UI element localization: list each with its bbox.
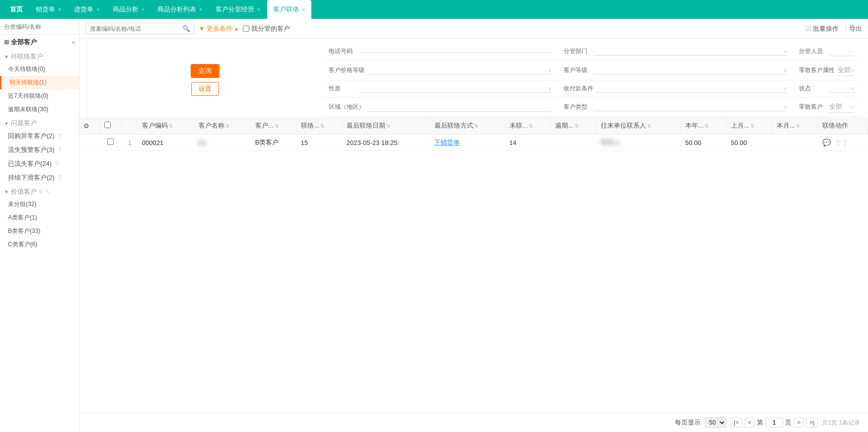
nav-home[interactable]: 首页 [4,0,29,19]
table-row: 1 000021 Ea B类客户 15 2023-05-23 18:25: 下销… [79,135,868,151]
sort-icon[interactable]: ⇅ [474,123,478,129]
sort-icon[interactable]: ⇅ [750,123,754,129]
filter-icon: ▼ [199,25,205,32]
my-customers-checkbox[interactable] [243,25,249,32]
sort-icon[interactable]: ⇅ [169,123,173,129]
help-icon[interactable]: ? [58,174,61,181]
nav-product-analysis[interactable]: 商品分析 × [107,0,150,19]
nav-customer-contact[interactable]: 客户联络 × [267,0,311,19]
sidebar-class-c[interactable]: C类客户(6) [0,238,79,251]
row-select-checkbox[interactable] [107,139,114,145]
row-gear[interactable] [79,135,100,151]
nav-customer-tier[interactable]: 客户分层经营 × [210,0,266,19]
prev-page-btn[interactable]: < [744,418,755,428]
first-page-btn[interactable]: |< [730,418,742,428]
sort-icon[interactable]: ⇅ [647,123,651,129]
sort-icon[interactable]: ⇅ [575,123,579,129]
col-code[interactable]: 客户编码⇅ [138,117,195,135]
row-name[interactable]: Ea [195,135,251,151]
sidebar-today-contact[interactable]: 今天待联络(0) [0,63,79,76]
retail-attr-select[interactable]: 全部∨ [838,65,854,76]
col-no-contact[interactable]: 未联...⇅ [505,117,551,135]
col-this-month[interactable]: 本月...⇅ [773,117,818,135]
chevron-up-icon: ▲ [234,26,239,31]
sidebar-class-a[interactable]: A类客户(1) [0,211,79,224]
col-last-date[interactable]: 最后联络日期⇅ [343,117,430,135]
sidebar-overdue-contact[interactable]: 逾期未联络(30) [0,103,79,116]
filter-dept: 分管部门 ∨ [558,43,793,61]
close-icon[interactable]: × [302,6,305,12]
gender-select[interactable]: ∨ [359,85,552,93]
collapse-icon: « [72,39,75,45]
close-icon[interactable]: × [257,6,260,12]
col-last-method[interactable]: 最后联络方式⇅ [430,117,505,135]
help-icon[interactable]: ? [58,132,61,140]
sidebar-class-b[interactable]: B类客户(33) [0,224,79,238]
filter-price-level: 客户价格等级 ∨ [323,61,558,80]
close-icon[interactable]: × [58,6,61,12]
sidebar-tomorrow-contact[interactable]: 明天待联络(1) [0,76,79,89]
help-icon[interactable]: ? [58,146,61,153]
retail-select[interactable]: 全部∨ [829,101,854,113]
close-icon[interactable]: × [199,6,202,12]
batch-op-btn[interactable]: ☑ 批量操作 [805,24,839,33]
payment-select[interactable]: ∨ [596,85,787,93]
search-input[interactable] [90,25,180,32]
help-icon[interactable]: ? [55,160,58,167]
search-icon[interactable]: 🔍 [182,25,190,32]
more-conditions-btn[interactable]: ▼ 更多条件 ▲ [199,24,239,33]
refresh-icon[interactable]: ↻ [39,189,43,195]
contact-icon[interactable]: 💬 [822,139,831,146]
col-gear[interactable]: ⚙ [79,117,100,135]
edit-icon[interactable]: ✎ [45,189,50,195]
phone-input[interactable] [359,50,552,53]
price-level-select[interactable]: ∨ [367,67,552,74]
more-action-icon[interactable]: ⋮⋮ [835,139,849,146]
sidebar-repurchase-abnormal[interactable]: 回购异常客户(2) ? [0,129,79,143]
region-input[interactable]: ··· [367,102,552,112]
query-button[interactable]: 查询 [191,64,219,78]
sort-icon[interactable]: ⇅ [320,123,324,129]
col-this-year[interactable]: 本年...⇅ [681,117,727,135]
reset-button[interactable]: 设置 [191,82,219,96]
dept-select[interactable]: ∨ [594,48,787,56]
close-icon[interactable]: × [96,6,99,12]
sidebar: 🔍 ⊞ 全部客户 « ▼ 待联络客户 今天待联络(0) 明天待联络(1) 近7天… [0,19,79,432]
next-page-btn[interactable]: > [794,418,804,428]
col-unit-contacts[interactable]: 往来单位联系人⇅ [597,117,681,135]
sidebar-unclassified[interactable]: 未分组(32) [0,198,79,211]
sort-icon[interactable]: ⇅ [796,123,800,129]
export-btn[interactable]: ↑ 导出 [845,24,863,33]
col-overdue[interactable]: 逾期...⇅ [551,117,597,135]
sort-icon[interactable]: ⇅ [529,123,533,129]
sidebar-recent7-contact[interactable]: 近7天待联络(0) [0,89,79,103]
row-last-method[interactable]: 下销货单 [430,135,505,151]
sidebar-losing-customers[interactable]: 流失预警客户(3) ? [0,143,79,157]
manager-input[interactable]: ··· [829,47,854,56]
close-icon[interactable]: × [142,6,145,12]
col-contacts[interactable]: 联络...⇅ [297,117,343,135]
last-page-btn[interactable]: >| [806,418,818,428]
per-page-select[interactable]: 50 [705,417,726,428]
sort-icon[interactable]: ⇅ [275,123,279,129]
page-input[interactable] [765,418,783,428]
nav-sales[interactable]: 销货单 × [30,0,67,19]
sidebar-search-input[interactable] [4,23,78,30]
col-type[interactable]: 客户...⇅ [251,117,297,135]
sort-icon[interactable]: ⇅ [386,123,390,129]
sort-icon[interactable]: ⇅ [705,123,709,129]
nav-product-analysis-list[interactable]: 商品分析列表 × [151,0,208,19]
sort-icon[interactable]: ⇅ [225,123,229,129]
col-last-month[interactable]: 上月...⇅ [727,117,773,135]
nav-purchase[interactable]: 进货单 × [68,0,105,19]
customer-type-select[interactable]: ∨ [594,103,787,111]
select-all-checkbox[interactable] [104,122,111,128]
status-select[interactable]: ∨ [829,85,854,93]
sidebar-lost-customers[interactable]: 已流失客户(24) ? [0,157,79,171]
sidebar-continuous-decline[interactable]: 持续下滑客户(2) ? [0,171,79,185]
col-name[interactable]: 客户名称⇅ [195,117,251,135]
row-checkbox[interactable] [100,135,121,151]
row-unit-contacts: 联系人 [597,135,681,151]
customer-level-select[interactable]: ∨ [594,67,787,74]
sidebar-all-customers[interactable]: ⊞ 全部客户 « [0,35,79,50]
